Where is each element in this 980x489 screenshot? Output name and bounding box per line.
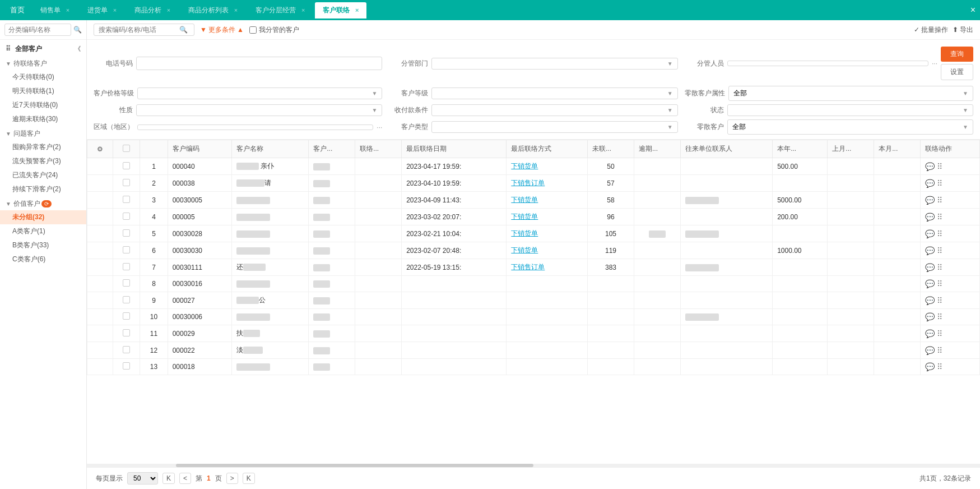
last-way-link[interactable]: 下销售订单 [511,179,545,187]
phone-input[interactable] [136,57,382,70]
col-settings[interactable]: ⚙ [87,140,113,158]
check-cell[interactable] [113,242,140,259]
col-unit-contact[interactable]: 往来单位联系人 [680,140,772,158]
col-this-month[interactable]: 本月... [874,140,921,158]
tab-sales[interactable]: 销售单 × [32,2,77,19]
section-problem-customers[interactable]: ▼ 问题客户 [0,126,86,140]
chat-icon[interactable]: 💬 [925,229,935,238]
more-icon[interactable]: ⠿ [937,329,942,338]
col-check[interactable] [113,140,140,158]
last-way-cell[interactable]: 下销货单 [507,225,588,242]
close-goods-analysis-tab[interactable]: × [167,7,170,13]
chat-icon[interactable]: 💬 [925,162,935,171]
sidebar-item-a-class[interactable]: A类客户(1) [0,224,86,238]
col-last-date[interactable]: 最后联络日期 [402,140,507,158]
nature-select[interactable]: ▼ [136,104,382,116]
customer-type-select[interactable]: ▼ [431,121,677,133]
more-icon[interactable]: ⠿ [937,246,942,255]
last-way-link[interactable]: 下销售订单 [511,263,545,271]
first-page-btn[interactable]: K [162,473,175,484]
last-way-cell[interactable] [507,342,588,359]
next-page-btn[interactable]: > [226,473,238,484]
last-way-cell[interactable]: 下销售订单 [507,259,588,276]
tab-customer-contact[interactable]: 客户联络 × [315,2,366,19]
last-way-link[interactable]: 下销货单 [511,246,538,254]
last-way-link[interactable]: 下销货单 [511,196,538,204]
row-checkbox[interactable] [123,196,130,203]
payment-select[interactable]: ▼ [431,104,677,116]
check-cell[interactable] [113,259,140,276]
col-overdue[interactable]: 逾期... [634,140,680,158]
last-way-link[interactable]: 下销货单 [511,213,538,220]
sidebar-item-c-class[interactable]: C类客户(6) [0,252,86,266]
check-cell[interactable] [113,292,140,309]
check-cell[interactable] [113,359,140,375]
scatter-attr-select[interactable]: 全部 ▼ [728,86,973,101]
row-checkbox[interactable] [123,362,130,370]
region-select[interactable] [137,124,373,130]
tab-goods-analysis[interactable]: 商品分析 × [127,2,178,19]
sidebar-item-churned[interactable]: 已流失客户(24) [0,168,86,182]
last-way-link[interactable]: 下销货单 [511,162,538,170]
last-way-cell[interactable] [507,309,588,325]
check-cell[interactable] [113,342,140,359]
more-icon[interactable]: ⠿ [937,362,942,371]
last-way-link[interactable]: 下销货单 [511,229,538,237]
all-customers-header[interactable]: ⠿ 全部客户 《 [0,40,86,56]
check-cell[interactable] [113,309,140,325]
sidebar-search-icon[interactable]: 🔍 [73,26,82,34]
home-tab[interactable]: 首页 [4,5,30,15]
close-all-btn[interactable]: × [970,5,976,15]
last-page-btn[interactable]: K [243,473,255,484]
dept-select[interactable]: ▼ [431,58,677,70]
sidebar-item-hoarding[interactable]: 囤购异常客户(2) [0,140,86,154]
row-checkbox[interactable] [123,179,130,186]
close-customer-contact-tab[interactable]: × [355,7,359,13]
row-checkbox[interactable] [123,213,130,220]
more-icon[interactable]: ⠿ [937,162,942,171]
last-way-cell[interactable] [507,325,588,342]
close-customer-layers-tab[interactable]: × [301,7,305,13]
row-checkbox[interactable] [123,312,130,320]
row-checkbox[interactable] [123,279,130,287]
more-icon[interactable]: ⠿ [937,279,942,288]
check-cell[interactable] [113,209,140,225]
last-way-cell[interactable] [507,359,588,375]
sidebar-item-7days[interactable]: 近7天待联络(0) [0,98,86,112]
person-select[interactable] [727,61,928,66]
sidebar-item-tomorrow[interactable]: 明天待联络(1) [0,84,86,98]
tab-goods-analysis-list[interactable]: 商品分析列表 × [180,2,245,19]
sidebar-item-overdue[interactable]: 逾期未联络(30) [0,112,86,126]
check-cell[interactable] [113,225,140,242]
chat-icon[interactable]: 💬 [925,329,935,338]
customer-level-select[interactable]: ▼ [431,87,677,99]
chat-icon[interactable]: 💬 [925,279,935,288]
more-icon[interactable]: ⠿ [937,312,942,321]
check-cell[interactable] [113,276,140,292]
check-cell[interactable] [113,158,140,175]
region-dots[interactable]: ··· [377,123,382,131]
more-icon[interactable]: ⠿ [937,229,942,238]
chat-icon[interactable]: 💬 [925,263,935,272]
my-customers-check[interactable] [249,26,257,34]
last-way-cell[interactable] [507,276,588,292]
last-way-cell[interactable] [507,292,588,309]
sidebar-item-b-class[interactable]: B类客户(33) [0,238,86,252]
my-customers-checkbox[interactable]: 我分管的客户 [249,25,299,35]
price-level-select[interactable]: ▼ [137,87,382,99]
chat-icon[interactable]: 💬 [925,196,935,205]
batch-op-btn[interactable]: ✓ 批量操作 [914,25,948,35]
last-way-cell[interactable]: 下销货单 [507,209,588,225]
sidebar-item-today[interactable]: 今天待联络(0) [0,70,86,84]
more-icon[interactable]: ⠿ [937,179,942,188]
chat-icon[interactable]: 💬 [925,346,935,355]
chat-icon[interactable]: 💬 [925,312,935,321]
col-contact[interactable]: 联络... [355,140,402,158]
close-goods-analysis-list-tab[interactable]: × [234,7,238,13]
close-sales-tab[interactable]: × [66,7,69,13]
search-button[interactable]: 查询 [941,47,973,62]
last-way-cell[interactable]: 下销货单 [507,192,588,209]
more-icon[interactable]: ⠿ [937,196,942,205]
more-icon[interactable]: ⠿ [937,346,942,355]
section-value-customers[interactable]: ▼ 价值客户 ⟳ [0,196,86,210]
